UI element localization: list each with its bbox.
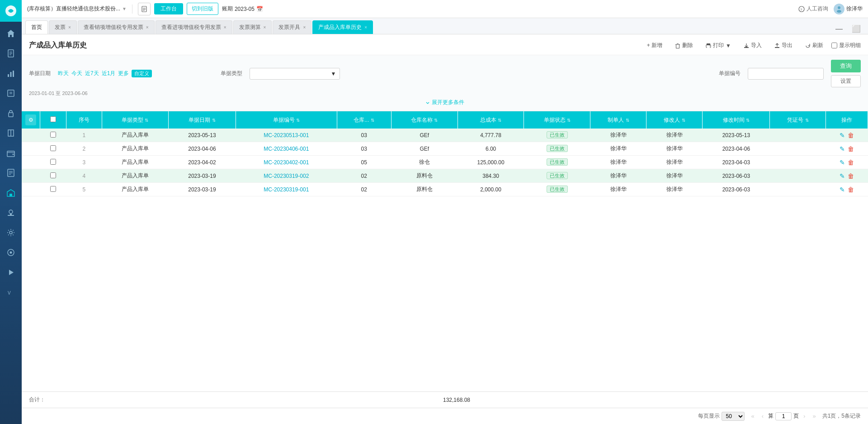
- first-page-button[interactable]: «: [748, 412, 757, 420]
- show-detail-checkbox[interactable]: [831, 43, 837, 48]
- tab-invoice-close[interactable]: ×: [68, 25, 71, 30]
- col-modifier[interactable]: 修改人 ⇅: [646, 111, 703, 129]
- col-checkbox[interactable]: [40, 111, 66, 129]
- sidebar-item-settings[interactable]: [0, 243, 22, 262]
- sidebar-item-config[interactable]: [0, 223, 22, 243]
- per-page-select[interactable]: 20 50 100: [722, 412, 745, 421]
- cell-checkbox[interactable]: [40, 142, 66, 156]
- refresh-button[interactable]: 刷新: [801, 40, 828, 51]
- row-checkbox[interactable]: [50, 172, 56, 178]
- edit-icon[interactable]: ✎: [840, 186, 845, 193]
- maximize-button[interactable]: ⬜: [848, 24, 864, 34]
- minimize-button[interactable]: —: [832, 24, 846, 34]
- tab-product-history[interactable]: 产成品入库单历史 ×: [312, 20, 373, 34]
- company-selector[interactable]: (库存核算）直播轻绝通信息技术股份... ▼: [27, 5, 127, 13]
- sidebar-item-version[interactable]: V: [0, 282, 22, 302]
- delete-icon[interactable]: 🗑: [848, 159, 854, 166]
- col-total-cost[interactable]: 总成本 ⇅: [458, 111, 524, 129]
- col-warehouse-code[interactable]: 仓库... ⇅: [337, 111, 391, 129]
- tab-open[interactable]: 发票开具 ×: [273, 20, 311, 34]
- tab-open-close[interactable]: ×: [303, 25, 306, 30]
- type-select[interactable]: ▼: [250, 68, 340, 80]
- prev-page-button[interactable]: ‹: [759, 412, 766, 420]
- tab-purchase-vat-close[interactable]: ×: [224, 25, 226, 30]
- support-button[interactable]: ? 人工咨询: [798, 5, 828, 13]
- shortcut-more[interactable]: 更多: [118, 70, 129, 77]
- expand-more-button[interactable]: 展开更多条件: [29, 99, 861, 106]
- switch-version-button[interactable]: 切到旧版: [187, 3, 218, 15]
- sidebar-item-stamp[interactable]: [0, 203, 22, 223]
- cell-checkbox[interactable]: [40, 169, 66, 183]
- user-menu[interactable]: 徐泽华: [834, 4, 863, 14]
- cell-code[interactable]: MC-20230319-002: [236, 169, 337, 183]
- sidebar-item-document[interactable]: [0, 43, 22, 63]
- new-button[interactable]: + 新增: [642, 40, 667, 51]
- show-detail-toggle[interactable]: 显示明细: [831, 42, 861, 49]
- delete-button[interactable]: 删除: [670, 40, 698, 51]
- col-code[interactable]: 单据编号 ⇅: [236, 111, 337, 129]
- cell-checkbox[interactable]: [40, 129, 66, 142]
- per-page-selector[interactable]: 每页显示 20 50 100: [698, 412, 745, 421]
- col-warehouse-name[interactable]: 仓库名称 ⇅: [391, 111, 458, 129]
- print-button[interactable]: 打印 ▼: [701, 40, 736, 51]
- shortcut-custom[interactable]: 自定义: [132, 70, 152, 77]
- query-button[interactable]: 查询: [831, 60, 861, 72]
- code-input[interactable]: [748, 68, 824, 80]
- page-input[interactable]: [775, 412, 792, 420]
- tab-purchase-vat[interactable]: 查看进项增值税专用发票 ×: [156, 20, 232, 34]
- tab-home[interactable]: 首页: [25, 20, 48, 34]
- period-selector[interactable]: 账期 2023-05 📅: [222, 5, 263, 13]
- settings-col-icon[interactable]: ⚙: [25, 114, 36, 125]
- set-button[interactable]: 设置: [831, 75, 861, 87]
- shortcut-7days[interactable]: 近7天: [85, 70, 99, 77]
- tab-calc[interactable]: 发票测算 ×: [233, 20, 272, 34]
- sidebar-item-warehouse[interactable]: [0, 183, 22, 203]
- import-button[interactable]: 导入: [739, 40, 766, 51]
- cell-code[interactable]: MC-20230319-001: [236, 183, 337, 196]
- cell-checkbox[interactable]: [40, 183, 66, 196]
- row-checkbox[interactable]: [50, 159, 56, 165]
- last-page-button[interactable]: »: [810, 412, 818, 420]
- doc-icon[interactable]: [138, 3, 151, 15]
- col-creator[interactable]: 制单人 ⇅: [590, 111, 646, 129]
- shortcut-today[interactable]: 今天: [71, 70, 82, 77]
- row-checkbox[interactable]: [50, 145, 56, 151]
- select-all-checkbox[interactable]: [50, 116, 56, 122]
- tab-calc-close[interactable]: ×: [264, 25, 266, 30]
- sidebar-item-home[interactable]: [0, 24, 22, 43]
- sidebar-item-lock[interactable]: [0, 103, 22, 123]
- col-modify-time[interactable]: 修改时间 ⇅: [703, 111, 770, 129]
- cell-checkbox[interactable]: [40, 156, 66, 169]
- sidebar-item-chart[interactable]: [0, 63, 22, 83]
- col-date[interactable]: 单据日期 ⇅: [168, 111, 236, 129]
- cell-code[interactable]: MC-20230402-001: [236, 156, 337, 169]
- sidebar-item-invoice[interactable]: [0, 163, 22, 183]
- shortcut-1month[interactable]: 近1月: [102, 70, 116, 77]
- row-checkbox[interactable]: [50, 186, 56, 192]
- workspace-button[interactable]: 工作台: [154, 3, 183, 14]
- export-button[interactable]: 导出: [770, 40, 797, 51]
- sidebar-item-book[interactable]: [0, 123, 22, 143]
- col-type[interactable]: 单据类型 ⇅: [102, 111, 168, 129]
- sidebar-item-play[interactable]: [0, 262, 22, 282]
- sidebar-item-wallet[interactable]: [0, 143, 22, 163]
- shortcut-yesterday[interactable]: 昨天: [58, 70, 69, 77]
- col-status[interactable]: 单据状态 ⇅: [524, 111, 590, 129]
- delete-icon[interactable]: 🗑: [848, 186, 854, 193]
- tab-product-history-close[interactable]: ×: [364, 25, 367, 30]
- sidebar-item-report[interactable]: [0, 83, 22, 103]
- tab-invoice[interactable]: 发票 ×: [49, 20, 77, 34]
- col-settings[interactable]: ⚙: [22, 111, 40, 129]
- cell-code[interactable]: MC-20230406-001: [236, 142, 337, 156]
- edit-icon[interactable]: ✎: [840, 132, 845, 139]
- row-checkbox[interactable]: [50, 132, 56, 138]
- delete-icon[interactable]: 🗑: [848, 145, 854, 152]
- tab-sales-vat[interactable]: 查看销项增值税专用发票 ×: [78, 20, 155, 34]
- next-page-button[interactable]: ›: [801, 412, 808, 420]
- tab-sales-vat-close[interactable]: ×: [146, 25, 149, 30]
- col-voucher[interactable]: 凭证号 ⇅: [770, 111, 826, 129]
- delete-icon[interactable]: 🗑: [848, 172, 854, 180]
- edit-icon[interactable]: ✎: [840, 145, 845, 152]
- delete-icon[interactable]: 🗑: [848, 132, 854, 139]
- cell-code[interactable]: MC-20230513-001: [236, 129, 337, 142]
